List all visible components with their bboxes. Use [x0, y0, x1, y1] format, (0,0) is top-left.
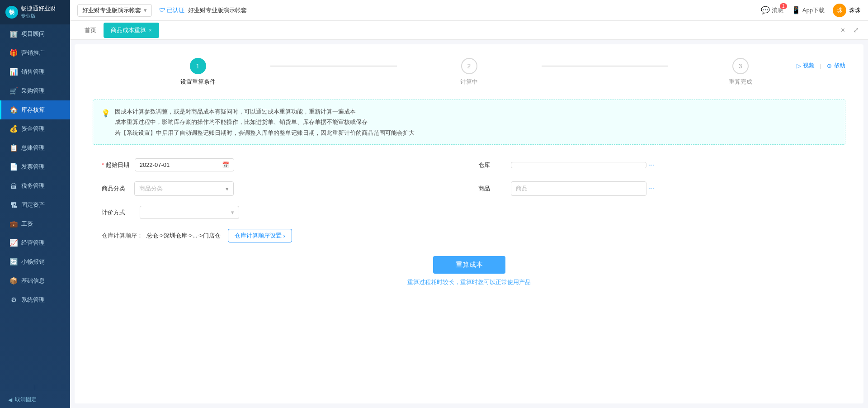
finance-icon: 💰 [9, 125, 18, 133]
pricing-arrow-icon: ▾ [231, 209, 234, 216]
start-date-label: 起始日期 [102, 161, 129, 169]
video-link[interactable]: ▷ 视频 [797, 62, 815, 70]
recalc-button[interactable]: 重算成本 [433, 256, 505, 274]
sidebar-nav: 🏢 项目顾问 🎁 营销推广 📊 销售管理 🛒 采购管理 🏠 库存核算 💰 资金管… [0, 24, 70, 384]
tabs-bar: 首页 商品成本重算 × × ⤢ [70, 21, 868, 40]
form-row-1: 起始日期 2022-07-01 📅 仓库 ··· [102, 158, 836, 171]
account-selector[interactable]: 好业财专业版演示帐套 ▾ [77, 4, 152, 17]
goods-dots-icon[interactable]: ··· [646, 183, 656, 195]
sidebar-item-salary[interactable]: 💼 工资 [0, 214, 70, 233]
calc-order-label: 仓库计算顺序： [102, 232, 143, 240]
sidebar-item-finance[interactable]: 💰 资金管理 [0, 119, 70, 138]
category-label: 商品分类 [102, 185, 129, 193]
tab-recalc[interactable]: 商品成本重算 × [104, 23, 159, 38]
sidebar-item-marketing[interactable]: 🎁 营销推广 [0, 43, 70, 62]
step-2-circle: 2 [461, 58, 477, 74]
sidebar-item-inventory[interactable]: 🏠 库存核算 [0, 100, 70, 119]
step-1-circle: 1 [190, 58, 206, 74]
sidebar-item-assets[interactable]: 🏗 固定资产 [0, 195, 70, 214]
calc-order-arrow-icon: › [283, 232, 285, 239]
salary-icon: 💼 [9, 220, 18, 228]
marketing-icon: 🎁 [9, 49, 18, 57]
sidebar-item-project[interactable]: 🏢 项目顾问 [0, 24, 70, 43]
sidebar-item-system[interactable]: ⚙ 系统管理 [0, 290, 70, 309]
sidebar-item-sales[interactable]: 📊 销售管理 [0, 62, 70, 81]
pricing-row: 计价方式 ▾ [102, 206, 836, 219]
sidebar-item-invoice[interactable]: 📄 发票管理 [0, 157, 70, 176]
sidebar-item-operations[interactable]: 📈 经营管理 [0, 233, 70, 252]
message-icon: 💬 [761, 6, 770, 14]
message-badge: 1 [780, 3, 787, 9]
tab-home[interactable]: 首页 [77, 23, 104, 38]
scroll-indicator: | [0, 384, 70, 391]
pricing-label: 计价方式 [102, 209, 134, 217]
step-3: 3 重算完成 [668, 58, 813, 86]
sidebar-item-expense[interactable]: 🔄 小畅报销 [0, 252, 70, 271]
form-section: 起始日期 2022-07-01 📅 仓库 ··· 商品分类 [93, 158, 845, 286]
step-2: 2 计算中 [397, 58, 542, 86]
action-area: 重算成本 重算过程耗时较长，重算时您可以正常使用产品 [102, 256, 836, 286]
calc-order-settings-button[interactable]: 仓库计算顺序设置 › [228, 229, 292, 242]
tab-close-icon[interactable]: × [149, 27, 152, 33]
page-content: 1 设置重算条件 2 计算中 3 重算完成 ▷ 视频 | ⊙ [75, 44, 863, 403]
message-action[interactable]: 💬 消息 1 [761, 6, 783, 14]
basic-icon: 📦 [9, 277, 18, 285]
step-1: 1 设置重算条件 [126, 58, 270, 86]
warehouse-dots-icon[interactable]: ··· [646, 159, 656, 171]
logo-text: 畅捷通好业财 专业版 [21, 5, 56, 19]
tabs-right: × ⤢ [839, 24, 861, 36]
project-icon: 🏢 [9, 30, 18, 38]
goods-field: 商品 商品 ··· [478, 181, 837, 196]
account-arrow-icon: ▾ [144, 7, 147, 14]
warehouse-field: 仓库 ··· [478, 159, 837, 171]
calc-order-value: 总仓->深圳仓库->...->门店仓 [146, 232, 221, 240]
step-1-label: 设置重算条件 [180, 78, 216, 86]
sidebar-item-accounting[interactable]: 📋 总账管理 [0, 138, 70, 157]
main-area: 好业财专业版演示帐套 ▾ 🛡 已认证 好业财专业版演示帐套 💬 消息 1 📱 A… [70, 0, 868, 408]
verified-badge: 🛡 已认证 [159, 6, 184, 14]
goods-input[interactable]: 商品 [511, 181, 646, 196]
warehouse-input[interactable] [511, 162, 646, 168]
tax-icon: 🏛 [9, 182, 18, 190]
info-text: 因成本计算参数调整，或是对商品成本有疑问时，可以通过成本重算功能，重新计算一遍成… [115, 106, 415, 138]
calendar-icon[interactable]: 📅 [222, 161, 229, 168]
window-expand-icon[interactable]: ⤢ [851, 24, 861, 36]
stepper-help: ▷ 视频 | ⊙ 帮助 [797, 62, 845, 70]
window-close-icon[interactable]: × [839, 24, 847, 36]
app-icon: 📱 [792, 6, 801, 14]
sidebar-item-purchase[interactable]: 🛒 采购管理 [0, 81, 70, 100]
sidebar-logo: 畅 畅捷通好业财 专业版 [0, 0, 70, 24]
sidebar-unpin[interactable]: ◀ 取消固定 [0, 391, 70, 408]
category-select[interactable]: 商品分类 ▾ [134, 181, 234, 196]
info-box: 💡 因成本计算参数调整，或是对商品成本有疑问时，可以通过成本重算功能，重新计算一… [93, 100, 845, 145]
sidebar-item-basic[interactable]: 📦 基础信息 [0, 271, 70, 290]
inventory-icon: 🏠 [9, 106, 18, 114]
app-download-action[interactable]: 📱 App下载 [792, 6, 825, 14]
avatar-img: 珠 [833, 4, 846, 17]
help-link[interactable]: ⊙ 帮助 [827, 62, 845, 70]
stepper: 1 设置重算条件 2 计算中 3 重算完成 ▷ 视频 | ⊙ [93, 58, 845, 86]
system-icon: ⚙ [9, 296, 18, 304]
user-avatar[interactable]: 珠 珠珠 [833, 4, 861, 17]
invoice-icon: 📄 [9, 163, 18, 171]
calc-order-row: 仓库计算顺序： 总仓->深圳仓库->...->门店仓 仓库计算顺序设置 › [102, 229, 836, 242]
step-line-1 [270, 66, 397, 66]
start-date-field: 起始日期 2022-07-01 📅 [102, 158, 460, 171]
topbar-right: 💬 消息 1 📱 App下载 珠 珠珠 [761, 4, 861, 17]
step-3-label: 重算完成 [729, 78, 752, 86]
form-row-2: 商品分类 商品分类 ▾ 商品 商品 ··· [102, 181, 836, 196]
step-2-label: 计算中 [460, 78, 478, 86]
topbar: 好业财专业版演示帐套 ▾ 🛡 已认证 好业财专业版演示帐套 💬 消息 1 📱 A… [70, 0, 868, 21]
start-date-input[interactable]: 2022-07-01 📅 [135, 158, 234, 171]
assets-icon: 🏗 [9, 201, 18, 209]
step-3-circle: 3 [732, 58, 749, 74]
expense-icon: 🔄 [9, 258, 18, 266]
accounting-icon: 📋 [9, 144, 18, 152]
sidebar: 畅 畅捷通好业财 专业版 🏢 项目顾问 🎁 营销推广 📊 销售管理 🛒 采购管理… [0, 0, 70, 408]
sidebar-item-tax[interactable]: 🏛 税务管理 [0, 176, 70, 195]
logo-icon: 畅 [5, 6, 18, 19]
unpin-icon: ◀ [8, 397, 12, 403]
action-note: 重算过程耗时较长，重算时您可以正常使用产品 [102, 278, 836, 286]
pricing-select[interactable]: ▾ [140, 206, 239, 219]
shield-icon: 🛡 [159, 7, 165, 14]
